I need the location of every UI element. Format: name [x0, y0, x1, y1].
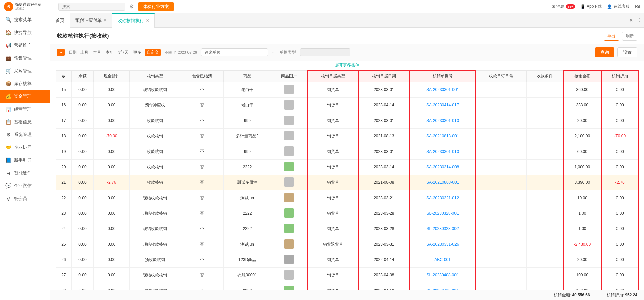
table-row: 23 0.00 0.00 现结收款核销 否 2222 销货单 2023-03-2… [56, 206, 639, 221]
filter-bar: » 日期 上月 本月 本年 近7天 更多 自定义 不限 至 202 [50, 44, 644, 61]
col-balance: 余额 [71, 70, 94, 82]
sidebar-item-inventory[interactable]: 📦 库存核算 [0, 77, 50, 90]
message-btn[interactable]: ✉ 消息 99+ [552, 4, 575, 9]
doc-no-link[interactable]: SA-20210808-001 [426, 180, 459, 185]
sidebar-item-vip[interactable]: V 畅会员 [0, 192, 50, 205]
date-btn-7days[interactable]: 近7天 [117, 49, 130, 56]
settings-icon[interactable]: ⚙ [129, 3, 134, 10]
tab-prepay-close[interactable]: ✕ [104, 18, 107, 23]
tab-bar: 首页 预付冲应付单 ✕ 收款核销执行 ✕ ✕ ⛶ [50, 13, 644, 28]
receipt-type-select[interactable] [300, 48, 350, 56]
logo-text: 畅捷通谱好生意 [15, 2, 41, 7]
search-input[interactable] [58, 3, 125, 11]
col-cash-discount: 现金折扣 [94, 70, 130, 82]
doc-no-link[interactable]: SA-20230331-026 [426, 242, 459, 247]
tab-bar-controls: ✕ ⛶ [629, 18, 644, 23]
user-name[interactable]: Rit [635, 4, 640, 9]
partner-input[interactable] [201, 48, 268, 56]
doc-no-link[interactable]: SA-20230321-012 [426, 196, 459, 200]
doc-no-link[interactable]: SA-20230414-017 [426, 103, 459, 108]
maximize-icon[interactable]: ⛶ [636, 18, 640, 23]
sidebar-item-guide[interactable]: 📘 新手引导 [0, 154, 50, 167]
page-content: 收款核销执行(按收款) 导出 刷新 » 日期 上月 本月 本年 [50, 28, 644, 300]
sidebar-item-search[interactable]: 🔍 搜索菜单 [0, 13, 50, 26]
filter-expand-arrow[interactable]: » [57, 49, 65, 56]
settings-btn[interactable]: 设置 [617, 47, 637, 57]
system-icon: ⚙ [5, 132, 11, 138]
sidebar-item-corp[interactable]: 🤝 企业协同 [0, 141, 50, 154]
sidebar-item-label: 采购管理 [14, 68, 32, 74]
sidebar-item-label: 快捷导航 [14, 30, 32, 36]
sidebar-item-business[interactable]: 📊 经营管理 [0, 103, 50, 116]
vip-icon: V [5, 196, 11, 202]
export-btn[interactable]: 导出 [604, 32, 619, 41]
sidebar-item-sales[interactable]: 💼 销售管理 [0, 52, 50, 65]
logo-area: 6 畅捷通谱好生意 标准版 [4, 2, 54, 11]
sidebar-item-label: 销售管理 [14, 55, 32, 61]
tab-prepay[interactable]: 预付冲应付单 ✕ [70, 13, 112, 28]
sidebar-item-label: 资金管理 [14, 93, 32, 99]
doc-no-link[interactable]: SL-20230328-001 [427, 211, 459, 216]
query-btn[interactable]: 查询 [595, 47, 614, 57]
table-row: 21 0.00 -2.76 收款核销 否 测试多属性 销货单 2021-08-0… [56, 175, 639, 190]
corp-icon: 🤝 [5, 144, 11, 151]
sidebar-item-wechat[interactable]: 💬 企业微信 [0, 179, 50, 192]
doc-no-link[interactable]: SA-20210813-001 [426, 134, 459, 138]
sidebar-item-finance[interactable]: 💰 资金管理 [0, 90, 50, 103]
col-settings[interactable]: ⚙ [56, 70, 72, 82]
date-btn-custom[interactable]: 自定义 [145, 49, 161, 56]
doc-no-link[interactable]: SL-20230408-001 [427, 273, 459, 277]
doc-no-link[interactable]: SA-20230301-010 [426, 149, 459, 154]
app-download-btn[interactable]: 📱 App下载 [580, 4, 602, 9]
sidebar-item-label: 企业微信 [14, 183, 32, 189]
col-doc-type: 核销单据类型 [307, 70, 358, 82]
tab-collection-label: 收款核销执行 [118, 18, 144, 24]
col-doc-date: 核销单据日期 [359, 70, 410, 82]
expand-more-label[interactable]: 展开更多条件 [335, 63, 359, 68]
date-filter-group: 日期 上月 本月 本年 近7天 更多 自定义 [69, 49, 161, 56]
business-icon: 📊 [5, 106, 11, 112]
table-row: 18 0.00 -70.00 收款核销 否 多计量商品2 销货单 2021-08… [56, 128, 639, 144]
online-service-btn[interactable]: 👤 在线客服 [607, 4, 630, 9]
date-btn-last-month[interactable]: 上月 [79, 49, 90, 56]
tab-collection[interactable]: 收款核销执行 ✕ [112, 13, 155, 28]
col-payment-term: 收款条件 [527, 70, 563, 82]
table-container: ⚙ 余额 现金折扣 核销类型 包含已结清 商品 商品图片 核销单据类型 核销单据… [50, 70, 644, 300]
doc-no-link[interactable]: SA-20230314-008 [426, 165, 459, 169]
tab-home[interactable]: 首页 [50, 13, 70, 28]
page-title: 收款核销执行(按收款) [57, 33, 109, 40]
industry-btn[interactable]: 体验行业方案 [138, 2, 174, 11]
refresh-btn[interactable]: 刷新 [622, 32, 637, 41]
col-included: 包含已结清 [180, 70, 223, 82]
doc-no-link[interactable]: SL-20230328-002 [427, 226, 459, 231]
close-window-icon[interactable]: ✕ [629, 18, 633, 23]
sidebar-item-marketing[interactable]: 📢 营销推广 [0, 39, 50, 52]
basic-icon: 📋 [5, 119, 11, 125]
footer-amount: 核销金额: 40,556,66... [554, 292, 593, 298]
sidebar-item-basic[interactable]: 📋 基础信息 [0, 116, 50, 128]
sidebar-item-hardware[interactable]: 🖨 智能硬件 [0, 167, 50, 179]
doc-no-link[interactable]: SA-20230301-001 [426, 87, 459, 92]
footer-discount: 核销折扣: 952.24 [607, 292, 637, 298]
sidebar-item-system[interactable]: ⚙ 系统管理 [0, 128, 50, 141]
partner-more-icon[interactable]: ··· [272, 50, 276, 55]
date-btn-more[interactable]: 更多 [132, 49, 143, 56]
sidebar-item-nav[interactable]: 🏠 快捷导航 [0, 26, 50, 39]
date-btn-this-year[interactable]: 本年 [104, 49, 115, 56]
expand-more-bar[interactable]: 展开更多条件 [50, 61, 644, 70]
col-discount: 核销折扣 [601, 70, 638, 82]
sidebar-item-purchase[interactable]: 🛒 采购管理 [0, 65, 50, 77]
table-row: 25 0.00 0.00 现结收款核销 否 测试jun 销货退货单 2023-0… [56, 237, 639, 252]
main-table: ⚙ 余额 现金折扣 核销类型 包含已结清 商品 商品图片 核销单据类型 核销单据… [56, 70, 639, 290]
table-wrapper[interactable]: ⚙ 余额 现金折扣 核销类型 包含已结清 商品 商品图片 核销单据类型 核销单据… [50, 70, 644, 290]
date-btn-this-month[interactable]: 本月 [92, 49, 102, 56]
page-actions: 导出 刷新 [604, 32, 637, 41]
logo-badge: 标准版 [15, 7, 41, 11]
doc-no-link[interactable]: SA-20230301-010 [426, 118, 459, 123]
purchase-icon: 🛒 [5, 68, 11, 74]
table-row: 19 0.00 0.00 收款核销 否 999 销货单 2023-03-01 S… [56, 144, 639, 159]
tab-collection-close[interactable]: ✕ [146, 18, 149, 23]
guide-icon: 📘 [5, 157, 11, 163]
sales-icon: 💼 [5, 55, 11, 61]
doc-no-link[interactable]: ABC-001 [434, 257, 451, 262]
